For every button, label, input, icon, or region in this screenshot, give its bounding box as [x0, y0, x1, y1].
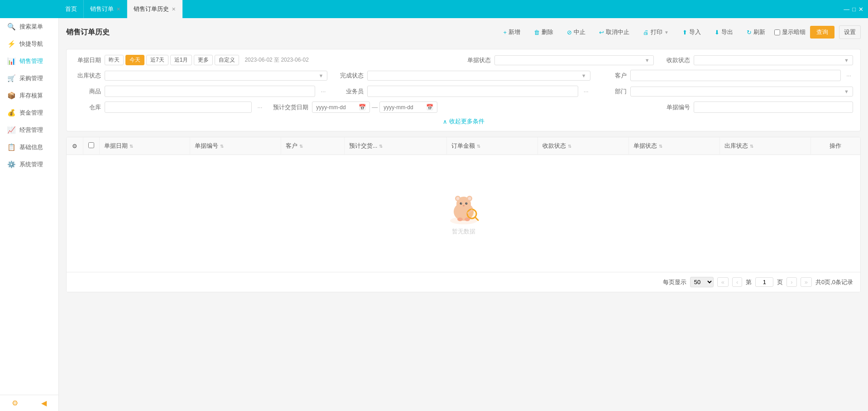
- sidebar-item-basic[interactable]: 📋 基础信息: [0, 139, 58, 156]
- warehouse-more-icon[interactable]: ···: [255, 104, 264, 111]
- sidebar-item-inventory[interactable]: 📦 库存核算: [0, 87, 58, 104]
- salesperson-section: 业务员 ···: [336, 86, 590, 97]
- page-size-select[interactable]: 50 10 20 100: [690, 277, 714, 287]
- empty-illustration: [441, 191, 486, 227]
- tab-home[interactable]: 首页: [59, 0, 84, 18]
- customer-label: 客户: [599, 72, 627, 80]
- th-order-status[interactable]: 单据状态 ⇅: [628, 137, 719, 155]
- goods-more-icon[interactable]: ···: [319, 88, 327, 95]
- table-settings-icon[interactable]: ⚙: [72, 143, 77, 150]
- minimize-btn[interactable]: —: [844, 6, 849, 13]
- tab-sales-order-history[interactable]: 销售订单历史 ✕: [127, 0, 182, 18]
- sidebar-settings-btn[interactable]: ⚙: [12, 399, 18, 407]
- department-chevron-icon: ▼: [844, 89, 849, 94]
- th-date[interactable]: 单据日期 ⇅: [99, 137, 190, 155]
- svg-point-6: [468, 197, 471, 200]
- delivery-date-to[interactable]: 📅: [379, 102, 437, 113]
- settings-btn[interactable]: 设置: [839, 25, 861, 39]
- purchase-icon: 🛒: [7, 74, 16, 82]
- last1m-btn[interactable]: 近1月: [170, 55, 192, 65]
- pay-status-select[interactable]: ▼: [694, 55, 853, 65]
- filter-row-4: 仓库 ··· 预计交货日期 📅 — 📅: [74, 102, 853, 113]
- more-btn[interactable]: 更多: [194, 55, 213, 65]
- last7-btn[interactable]: 近7天: [146, 55, 168, 65]
- stop-icon: ⊘: [567, 29, 572, 36]
- salesperson-input[interactable]: [367, 86, 578, 97]
- sort-amount-icon: ⇅: [477, 144, 480, 149]
- sidebar-item-sales[interactable]: 📊 销售管理: [0, 53, 58, 70]
- close-tab-history-icon[interactable]: ✕: [172, 6, 176, 12]
- import-button[interactable]: ⬆ 导入: [678, 26, 705, 39]
- maximize-btn[interactable]: □: [852, 6, 856, 13]
- order-number-label: 单据编号: [663, 103, 690, 111]
- sidebar-item-search[interactable]: 🔍 搜索菜单: [0, 18, 58, 35]
- table-container: ⚙ 单据日期 ⇅ 单据编号: [66, 137, 861, 292]
- svg-point-15: [457, 218, 463, 221]
- cancel-stop-button[interactable]: ↩ 取消中止: [595, 26, 634, 39]
- page-number-input[interactable]: [755, 277, 773, 287]
- th-settings[interactable]: ⚙: [67, 137, 83, 155]
- empty-cell: 暂无数据: [67, 155, 860, 272]
- delivery-from-input[interactable]: [316, 104, 357, 111]
- customer-more-icon[interactable]: ···: [844, 72, 853, 79]
- th-pay-status[interactable]: 收款状态 ⇅: [537, 137, 628, 155]
- goods-input[interactable]: [105, 86, 315, 97]
- customer-input[interactable]: [630, 70, 841, 81]
- complete-status-select[interactable]: ▼: [367, 71, 590, 81]
- sort-pay-icon: ⇅: [568, 144, 571, 149]
- select-all-checkbox[interactable]: [88, 142, 94, 148]
- window-close-btn[interactable]: ✕: [858, 6, 863, 13]
- chevron-up-icon: ∧: [443, 118, 447, 125]
- sidebar: 🔍 搜索菜单 ⚡ 快捷导航 📊 销售管理 🛒 采购管理 📦 库存核算 💰 资金管…: [0, 18, 59, 411]
- export-button[interactable]: ⬇ 导出: [710, 26, 738, 39]
- stop-button[interactable]: ⊘ 中止: [562, 26, 590, 39]
- capital-icon: 💰: [7, 109, 16, 117]
- delivery-date-from[interactable]: 📅: [312, 102, 370, 113]
- today-btn[interactable]: 今天: [125, 55, 144, 65]
- sidebar-item-operations[interactable]: 📈 经营管理: [0, 121, 58, 139]
- display-columns-checkbox[interactable]: 显示暗细: [774, 28, 806, 36]
- refresh-button[interactable]: ↻ 刷新: [742, 26, 770, 39]
- empty-row: 暂无数据: [67, 155, 860, 272]
- delivery-date-group: 📅 — 📅: [312, 102, 437, 113]
- delete-button[interactable]: 🗑 删除: [529, 26, 558, 39]
- sidebar-item-purchase[interactable]: 🛒 采购管理: [0, 70, 58, 87]
- complete-status-label: 完成状态: [336, 72, 364, 80]
- yesterday-btn[interactable]: 昨天: [105, 55, 124, 65]
- th-customer[interactable]: 客户 ⇅: [281, 137, 344, 155]
- delivery-to-input[interactable]: [384, 104, 424, 111]
- warehouse-input[interactable]: [105, 102, 252, 113]
- pay-status-chevron-icon: ▼: [844, 58, 849, 63]
- prev-page-btn[interactable]: ‹: [732, 277, 742, 287]
- first-page-btn[interactable]: «: [717, 277, 729, 287]
- calendar-from-icon: 📅: [359, 104, 366, 111]
- th-checkbox[interactable]: [83, 137, 99, 155]
- query-button[interactable]: 查询: [810, 26, 834, 39]
- sidebar-item-system[interactable]: ⚙️ 系统管理: [0, 156, 58, 173]
- salesperson-more-icon[interactable]: ···: [582, 88, 590, 95]
- department-label: 部门: [599, 87, 627, 96]
- order-number-input[interactable]: [694, 102, 853, 113]
- next-page-btn[interactable]: ›: [786, 277, 796, 287]
- toolbar: + 新增 🗑 删除 ⊘ 中止 ↩ 取消中止 🖨 打印: [499, 25, 861, 39]
- th-number[interactable]: 单据编号 ⇅: [190, 137, 281, 155]
- last-page-btn[interactable]: »: [801, 277, 812, 287]
- sidebar-collapse-btn[interactable]: ◀: [41, 399, 47, 407]
- collapse-btn[interactable]: ∧ 收起更多条件: [74, 117, 853, 126]
- sort-date-icon: ⇅: [129, 144, 133, 149]
- date-range: 2023-06-02 至 2023-06-02: [245, 56, 308, 64]
- th-delivery[interactable]: 预计交货... ⇅: [344, 137, 446, 155]
- th-out-status[interactable]: 出库状态 ⇅: [719, 137, 810, 155]
- print-button[interactable]: 🖨 打印 ▼: [638, 26, 673, 39]
- sidebar-item-quicknav[interactable]: ⚡ 快捷导航: [0, 35, 58, 53]
- window-controls: — □ ✕: [844, 6, 863, 13]
- department-select[interactable]: ▼: [630, 87, 853, 97]
- custom-btn[interactable]: 自定义: [215, 55, 239, 65]
- th-amount[interactable]: 订单金额 ⇅: [447, 137, 538, 155]
- new-button[interactable]: + 新增: [499, 26, 525, 39]
- sidebar-item-capital[interactable]: 💰 资金管理: [0, 104, 58, 121]
- tab-sales-order[interactable]: 销售订单 ✕: [84, 0, 127, 18]
- order-status-select[interactable]: ▼: [494, 55, 654, 65]
- close-tab-icon[interactable]: ✕: [116, 6, 120, 12]
- out-status-select[interactable]: ▼: [105, 71, 327, 81]
